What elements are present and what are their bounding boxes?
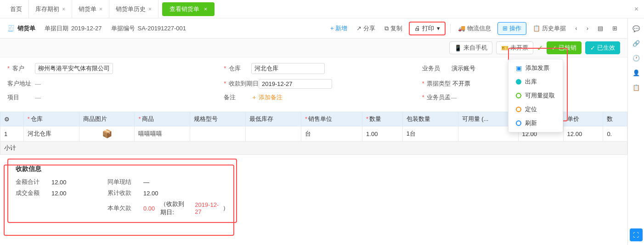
col-settings[interactable]: ⚙ — [0, 112, 24, 126]
dropdown-ship-out[interactable]: 出库 — [508, 75, 563, 89]
history-icon: 📋 — [533, 25, 540, 32]
right-sidebar: 💬 🔗 🕐 👤 📋 ⛶ — [627, 18, 644, 245]
payment-due-date: 2019-12-27 — [195, 201, 219, 215]
product-img-icon: 📦 — [102, 129, 112, 138]
ship-out-label: 出库 — [525, 78, 537, 86]
tab-view-sales[interactable]: 查看销货单 × — [162, 2, 215, 16]
payment-date-value[interactable]: 2019-12-27 — [259, 79, 332, 89]
payment-due-label: 本单欠款 — [107, 204, 140, 212]
header-actions: + 新增 ↗ 分享 ⧉ 复制 🖨 打印 ▾ — [328, 22, 620, 35]
history-icon: 🕐 — [633, 55, 640, 62]
logistics-button[interactable]: 🚚 物流信息 — [455, 23, 494, 34]
project-value: — — [35, 94, 41, 101]
payment-total-label: 金额合计 — [16, 178, 48, 186]
tab-sales-order-close[interactable]: × — [99, 6, 102, 12]
expand-icon: ⛶ — [633, 232, 639, 239]
share-icon: ↗ — [356, 25, 362, 32]
tab-sales-history[interactable]: 销货单历史 × — [109, 0, 158, 18]
tab-inventory-init[interactable]: 库存期初 × — [29, 0, 72, 18]
effective-button[interactable]: ✓ 已生效 — [585, 41, 620, 54]
payment-date-field: * 收款到期日 2019-12-27 — [224, 79, 422, 89]
sidebar-link-button[interactable]: 🔗 — [630, 37, 643, 50]
sidebar-file-button[interactable]: 📋 — [630, 81, 643, 94]
tab-inventory-init-close[interactable]: × — [62, 6, 65, 12]
tab-sales-order[interactable]: 销货单 × — [72, 0, 109, 18]
print-button[interactable]: 🖨 打印 ▾ — [409, 22, 446, 35]
dropdown-refresh[interactable]: 刷新 — [508, 116, 563, 130]
history-button[interactable]: 📋 历史单据 — [530, 23, 569, 34]
grid1-button[interactable]: ▤ — [595, 24, 606, 33]
not-open-button[interactable]: 🎫 未开票 — [496, 41, 533, 54]
sidebar-chat-button[interactable]: 💬 — [630, 22, 643, 35]
cell-min-stock — [246, 126, 301, 142]
cell-product: 嘻嘻嘻嘻 — [135, 126, 190, 142]
ticket-type-value: 不开票 — [451, 79, 472, 89]
warehouse-value[interactable]: 河北仓库 — [251, 63, 325, 74]
col-amount: 数 — [603, 112, 627, 126]
col-spec: 规格型号 — [190, 112, 246, 126]
dropdown-add-invoice[interactable]: ▣ 添加发票 — [508, 61, 563, 75]
payment-transaction-label: 成交金额 — [16, 189, 48, 197]
divider1 — [450, 24, 451, 33]
history-label: 历史单据 — [542, 24, 566, 33]
col-warehouse: *仓库 — [23, 112, 79, 126]
file-icon: 📋 — [633, 84, 640, 91]
col-pack-qty: 包装数量 — [402, 112, 458, 126]
from-phone-button[interactable]: 📱 来自手机 — [449, 41, 492, 54]
add-invoice-icon: ▣ — [516, 64, 522, 72]
payment-title: 收款信息 — [16, 165, 229, 173]
subtotal-row: 小计 — [0, 142, 627, 155]
copy-label: 复制 — [390, 24, 402, 33]
payment-due-note: （收款到期日: — [160, 200, 190, 217]
link-icon: 🔗 — [633, 40, 640, 47]
payment-cumulative-label: 累计收款 — [107, 189, 140, 197]
ticket-type-label: * 票据类型 — [422, 80, 451, 88]
new-button[interactable]: + 新增 — [328, 23, 350, 34]
toolbar-row: 📱 来自手机 🎫 未开票 ✓ ✓ 已核销 ✓ 已生效 — [0, 39, 627, 57]
operations-button[interactable]: ⊞ 操作 — [497, 22, 526, 35]
payment-due-note2: ） — [223, 204, 229, 212]
tab-sales-history-label: 销货单历史 — [116, 5, 146, 13]
payment-total-item: 金额合计 12.00 — [16, 178, 107, 186]
tab-home[interactable]: 首页 — [4, 0, 29, 18]
user-icon: 👤 — [633, 69, 640, 76]
tab-sales-history-close[interactable]: × — [148, 6, 152, 12]
customer-value[interactable]: 柳州粤港平安气体有限公司 — [35, 63, 113, 74]
prev-button[interactable]: ‹ — [572, 24, 580, 33]
operations-dropdown: ▣ 添加发票 出库 可用量提取 定位 刷新 — [508, 59, 563, 132]
sidebar-history-button[interactable]: 🕐 — [630, 51, 643, 64]
tab-view-sales-close[interactable]: × — [204, 6, 208, 12]
window-close-button[interactable]: × — [634, 5, 638, 13]
note-field: 备注 ＋ 添加备注 — [224, 93, 422, 102]
payment-due-value: 0.00 — [143, 205, 155, 212]
address-value: — — [35, 80, 41, 87]
project-field: 项目 — — [7, 93, 205, 102]
cell-quantity: 1.00 — [362, 126, 403, 142]
note-label: 备注 — [224, 93, 251, 102]
doc-date-group: 单据日期 2019-12-27 — [45, 24, 102, 33]
gear-icon: ⚙ — [4, 116, 10, 123]
add-note-button[interactable]: ＋ 添加备注 — [251, 93, 282, 102]
doc-title: 销货单 — [17, 24, 35, 33]
address-label: 客户地址 — [7, 80, 35, 88]
col-product: *商品 — [135, 112, 190, 126]
dropdown-locate[interactable]: 定位 — [508, 103, 563, 116]
next-button[interactable]: › — [584, 24, 591, 33]
col-product-img: 商品图片 — [79, 112, 135, 126]
grid2-button[interactable]: ⊞ — [610, 24, 620, 33]
verified-button[interactable]: ✓ 已核销 — [547, 41, 582, 54]
customer-label: * 客户 — [7, 64, 35, 73]
sidebar-expand-button[interactable]: ⛶ — [630, 228, 643, 241]
salesman2-label: * 业务员孟 — [422, 93, 451, 102]
copy-button[interactable]: ⧉ 复制 — [382, 23, 405, 34]
tab-home-label: 首页 — [10, 5, 22, 13]
share-button[interactable]: ↗ 分享 — [354, 23, 378, 34]
sidebar-user-button[interactable]: 👤 — [630, 66, 643, 79]
chat-icon: 💬 — [633, 25, 640, 32]
add-invoice-label: 添加发票 — [525, 64, 549, 72]
dropdown-available-qty[interactable]: 可用量提取 — [508, 89, 563, 103]
ship-out-icon — [516, 79, 521, 85]
col-unit-price: 单价 — [563, 112, 603, 126]
share-label: 分享 — [363, 24, 375, 33]
ticket-icon: 🎫 — [501, 45, 508, 51]
